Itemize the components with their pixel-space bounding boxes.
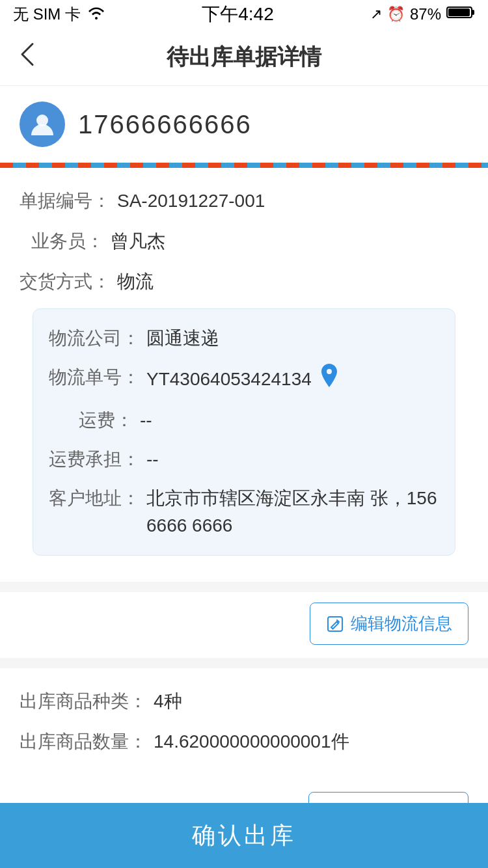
battery-icon	[446, 5, 475, 23]
address-label: 客户地址：	[49, 485, 146, 512]
status-right: ↗ ⏰ 87%	[370, 5, 475, 23]
svg-rect-1	[472, 10, 474, 15]
product-quantity-row: 出库商品数量： 14.620000000000001件	[20, 728, 468, 755]
salesperson-row: 业务员： 曾凡杰	[20, 228, 468, 255]
product-quantity-label: 出库商品数量：	[20, 728, 154, 755]
gray-divider-1	[0, 658, 488, 668]
order-number-label: 单据编号：	[20, 187, 117, 215]
product-quantity-value: 14.620000000000001件	[154, 728, 468, 755]
user-section: 17666666666	[0, 86, 488, 163]
product-type-label: 出库商品种类：	[20, 688, 154, 715]
confirm-button[interactable]: 确认出库	[0, 803, 488, 868]
page-title: 待出库单据详情	[167, 42, 321, 72]
map-pin-icon[interactable]	[319, 364, 339, 395]
confirm-button-label: 确认出库	[192, 820, 296, 852]
freight-bearer-label: 运费承担：	[49, 446, 146, 473]
carrier-label: 无 SIM 卡	[13, 4, 81, 25]
product-type-row: 出库商品种类： 4种	[20, 688, 468, 715]
back-button[interactable]	[20, 41, 35, 73]
product-section: 出库商品种类： 4种 出库商品数量： 14.620000000000001件	[0, 668, 488, 781]
order-info-section: 单据编号： SA-20191227-001 业务员： 曾凡杰 交货方式： 物流 …	[0, 168, 488, 582]
salesperson-label: 业务员：	[20, 228, 111, 255]
freight-label: 运费：	[49, 407, 140, 434]
delivery-label: 交货方式：	[20, 268, 117, 295]
edit-logistics-label: 编辑物流信息	[351, 612, 452, 635]
address-row: 客户地址： 北京市市辖区海淀区永丰南 张，156 6666 6666	[49, 485, 439, 539]
battery-label: 87%	[410, 5, 441, 23]
freight-bearer-row: 运费承担： --	[49, 446, 439, 473]
location-status-icon: ↗	[370, 6, 382, 23]
avatar	[20, 102, 65, 147]
delivery-value: 物流	[117, 268, 468, 295]
logistics-company-label: 物流公司：	[49, 325, 146, 352]
logistics-card: 物流公司： 圆通速递 物流单号： YT43064053424134 运费： --	[33, 308, 455, 556]
alarm-icon: ⏰	[387, 6, 405, 23]
product-type-value: 4种	[154, 688, 468, 715]
edit-btn-wrapper: 编辑物流信息	[0, 592, 488, 658]
delivery-row: 交货方式： 物流	[20, 268, 468, 295]
dashed-divider	[0, 163, 488, 168]
freight-bearer-value: --	[146, 446, 439, 473]
wifi-icon	[87, 5, 105, 23]
logistics-company-row: 物流公司： 圆通速递	[49, 325, 439, 352]
status-bar: 无 SIM 卡 下午4:42 ↗ ⏰ 87%	[0, 0, 488, 29]
status-left: 无 SIM 卡	[13, 4, 105, 25]
logistics-company-value: 圆通速递	[146, 325, 439, 352]
status-time: 下午4:42	[202, 2, 274, 27]
freight-row: 运费： --	[49, 407, 439, 434]
salesperson-value: 曾凡杰	[111, 228, 468, 255]
logistics-tracking-row: 物流单号： YT43064053424134	[49, 364, 439, 395]
page-content: 17666666666 单据编号： SA-20191227-001 业务员： 曾…	[0, 86, 488, 868]
freight-value: --	[140, 407, 439, 434]
address-value: 北京市市辖区海淀区永丰南 张，156 6666 6666	[146, 485, 439, 539]
logistics-tracking-value: YT43064053424134	[146, 364, 439, 395]
order-number-value: SA-20191227-001	[117, 187, 468, 215]
user-phone: 17666666666	[78, 110, 252, 139]
nav-bar: 待出库单据详情	[0, 29, 488, 86]
logistics-tracking-label: 物流单号：	[49, 364, 146, 391]
edit-logistics-button[interactable]: 编辑物流信息	[310, 603, 468, 645]
order-number-row: 单据编号： SA-20191227-001	[20, 187, 468, 215]
svg-rect-2	[448, 8, 470, 16]
